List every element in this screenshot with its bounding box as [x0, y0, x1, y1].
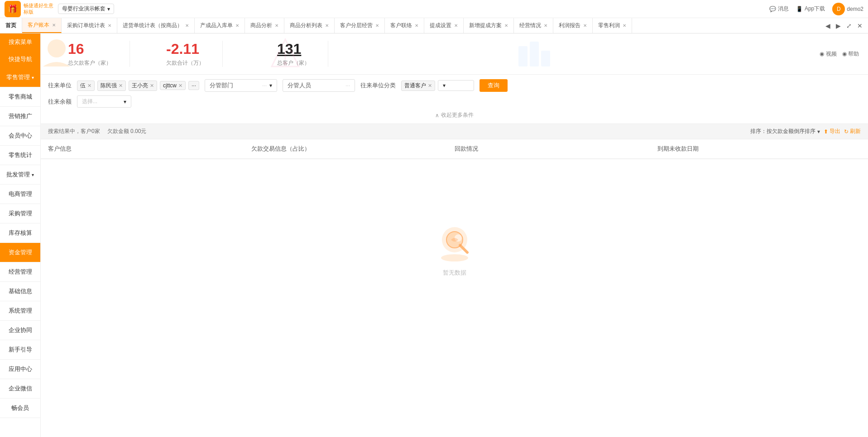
customers-bg-icon	[516, 37, 552, 69]
query-button[interactable]: 查询	[480, 79, 508, 92]
tag-close-common-customer[interactable]: ✕	[428, 83, 432, 89]
tab-purchase-order[interactable]: 采购订单统计表 ✕	[62, 18, 117, 33]
tab-expand-icon[interactable]: ⤢	[844, 21, 854, 30]
table-header: 客户信息 欠款交易信息（占比） 回款情况 到期未收款日期	[41, 139, 868, 159]
sidebar-item-retail-stats[interactable]: 零售统计	[0, 146, 40, 165]
tab-close-product-stock[interactable]: ✕	[235, 23, 239, 28]
export-button[interactable]: ⬆ 导出	[824, 128, 840, 135]
help-link[interactable]: ◉ 帮助	[842, 50, 859, 58]
tab-customer-contact[interactable]: 客户联络 ✕	[385, 18, 424, 33]
message-button[interactable]: 💬 消息	[769, 5, 789, 13]
tab-close-customer-tier[interactable]: ✕	[375, 23, 379, 28]
tab-close-purchase-order[interactable]: ✕	[108, 23, 111, 28]
tab-close-retail-profit[interactable]: ✕	[623, 23, 626, 28]
tab-close-profit-report[interactable]: ✕	[583, 23, 587, 28]
sidebar-item-marketing[interactable]: 营销推广	[0, 107, 40, 126]
sidebar-item-inventory[interactable]: 库存核算	[0, 223, 40, 243]
sidebar-item-enterprise[interactable]: 企业协同	[0, 321, 40, 340]
balance-filter[interactable]: 选择... ▾	[77, 95, 131, 108]
filter-tag-common-customer: 普通客户 ✕	[401, 81, 435, 91]
tag-close-wu[interactable]: ✕	[87, 83, 91, 89]
unit-type-select[interactable]: ▾	[438, 80, 474, 91]
dept-filter[interactable]: 分管部门 ··· ▾	[205, 79, 277, 92]
tab-nav-left[interactable]: ◀	[824, 21, 832, 30]
tab-product-stock[interactable]: 产成品入库单 ✕	[195, 18, 245, 33]
sidebar-item-vip-member[interactable]: 畅会员	[0, 399, 40, 418]
tag-close-cjttcw[interactable]: ✕	[178, 83, 182, 89]
tab-close-new-promotion[interactable]: ✕	[504, 23, 508, 28]
tab-close-promotion-settings[interactable]: ✕	[454, 23, 458, 28]
video-help-link[interactable]: ◉ 视频	[820, 50, 836, 58]
chevron-down-icon: ▾	[107, 6, 110, 12]
tab-accounts[interactable]: 客户账本 ✕	[22, 18, 62, 33]
stat-debt-label: 欠款合计（万）	[166, 59, 204, 67]
filter-tag-chen: 陈民强 ✕	[97, 81, 126, 91]
empty-illustration	[432, 223, 477, 263]
download-icon: 📱	[796, 6, 803, 12]
tab-close-product-analysis[interactable]: ✕	[275, 23, 278, 28]
refresh-button[interactable]: ↻ 刷新	[844, 128, 861, 135]
logo-text: 畅捷通好生意 标版	[24, 3, 53, 14]
tab-new-promotion[interactable]: 新增提成方案 ✕	[464, 18, 514, 33]
sidebar-item-wechat-biz[interactable]: 企业微信	[0, 379, 40, 399]
sort-icon: ▾	[817, 128, 820, 135]
tab-close-accounts[interactable]: ✕	[52, 23, 56, 28]
tag-close-wang[interactable]: ✕	[150, 83, 154, 89]
tab-product-analysis[interactable]: 商品分析 ✕	[245, 18, 284, 33]
tab-close-instock-stats[interactable]: ✕	[185, 23, 189, 28]
app-download-button[interactable]: 📱 App下载	[796, 5, 825, 13]
sort-button[interactable]: 排序：按欠款金额倒序排序 ▾	[750, 128, 820, 135]
sidebar: 搜索菜单 快捷导航 零售管理 ▾ 零售商城 营销推广 会员中心 零售统计 批发管…	[0, 33, 41, 437]
chevron-down-icon: ▾	[443, 82, 446, 89]
svg-rect-6	[541, 51, 550, 66]
svg-point-0	[48, 39, 66, 57]
sidebar-item-ecommerce[interactable]: 电商管理	[0, 185, 40, 204]
filter-tag-more[interactable]: ···	[188, 81, 199, 90]
top-bar: 🎁 畅捷通好生意 标版 母婴行业演示帐套 ▾ 💬 消息 📱 App下载 D de…	[0, 0, 868, 18]
table-body: 暂无数据	[41, 159, 868, 340]
sidebar-item-finance[interactable]: 资金管理	[0, 243, 40, 262]
sidebar-item-retail[interactable]: 零售管理 ▾	[0, 68, 40, 87]
sidebar-item-system[interactable]: 系统管理	[0, 301, 40, 321]
result-bar: 搜索结果中，客户0家 欠款金额 0.00元 排序：按欠款金额倒序排序 ▾ ⬆ 导…	[41, 124, 868, 139]
person-filter[interactable]: 分管人员 ···	[283, 79, 355, 92]
tab-instock-stats[interactable]: 进货单统计表（按商品） ✕	[117, 18, 195, 33]
chevron-down-icon: ▾	[269, 82, 272, 89]
unit-type-tags: 普通客户 ✕ ▾	[401, 80, 474, 91]
chevron-down-icon: ▾	[124, 99, 126, 105]
stats-bar: 16 总欠款客户（家） -2.11 欠款合计（万）	[41, 33, 868, 75]
refresh-icon: ↻	[844, 128, 849, 135]
tab-close-product-analysis-list[interactable]: ✕	[325, 23, 329, 28]
sidebar-item-basic-info[interactable]: 基础信息	[0, 282, 40, 301]
sidebar-quicknav[interactable]: 快捷导航	[0, 51, 40, 68]
col-repayment: 回款情况	[455, 145, 658, 153]
tab-product-analysis-list[interactable]: 商品分析列表 ✕	[284, 18, 335, 33]
sidebar-item-retail-shop[interactable]: 零售商城	[0, 87, 40, 107]
tab-profit-report[interactable]: 利润报告 ✕	[553, 18, 593, 33]
sidebar-item-wholesale[interactable]: 批发管理 ▾	[0, 165, 40, 185]
unit-type-label: 往来单位分类	[360, 81, 396, 90]
tab-close-operations[interactable]: ✕	[544, 23, 547, 28]
tag-close-chen[interactable]: ✕	[119, 83, 123, 89]
sidebar-item-app-center[interactable]: 应用中心	[0, 360, 40, 379]
tab-home[interactable]: 首页	[0, 18, 22, 33]
tab-close-customer-contact[interactable]: ✕	[415, 23, 418, 28]
tab-customer-tier[interactable]: 客户分层经营 ✕	[335, 18, 385, 33]
svg-rect-4	[518, 46, 528, 66]
tab-retail-profit[interactable]: 零售利润 ✕	[593, 18, 632, 33]
tab-promotion-settings[interactable]: 提成设置 ✕	[424, 18, 464, 33]
sidebar-item-newcomer[interactable]: 新手引导	[0, 340, 40, 360]
sidebar-item-purchase[interactable]: 采购管理	[0, 204, 40, 223]
store-selector[interactable]: 母婴行业演示帐套 ▾	[58, 4, 114, 14]
sidebar-item-operations-mgr[interactable]: 经营管理	[0, 262, 40, 282]
result-summary: 搜索结果中，客户0家	[48, 128, 100, 135]
collapse-button[interactable]: ∧ 收起更多条件	[435, 111, 474, 119]
tab-close-all-icon[interactable]: ✕	[855, 21, 864, 30]
tab-nav-right[interactable]: ▶	[834, 21, 843, 30]
sidebar-search[interactable]: 搜索菜单	[0, 33, 40, 51]
export-icon: ⬆	[824, 128, 828, 135]
empty-state: 暂无数据	[432, 195, 477, 304]
user-menu[interactable]: D demo2	[832, 3, 863, 15]
sidebar-item-members[interactable]: 会员中心	[0, 126, 40, 146]
tab-operations[interactable]: 经营情况 ✕	[514, 18, 553, 33]
